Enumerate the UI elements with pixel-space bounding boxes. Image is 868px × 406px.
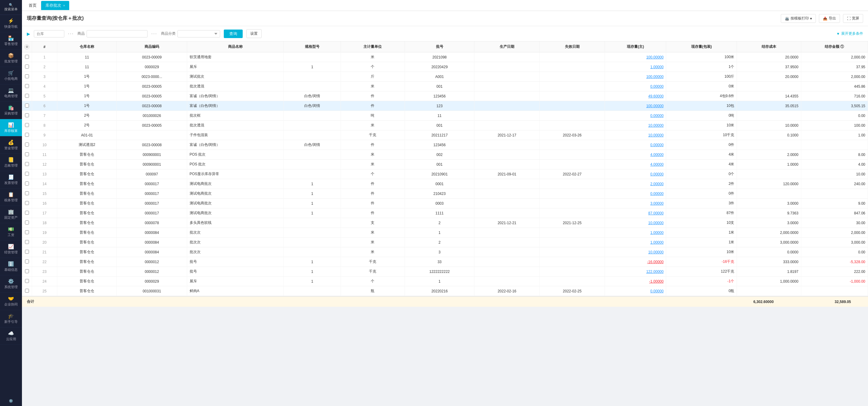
row-num: 17 [32, 208, 57, 218]
fullscreen-btn[interactable]: ⛶ 宽屏 [843, 14, 863, 23]
sidebar-item-cloud[interactable]: ☁️ 云应用 [0, 328, 22, 345]
row-check[interactable] [22, 286, 32, 296]
sidebar-item-system[interactable]: ⚙️ 系统管理 [0, 275, 22, 293]
col-rownum: # [32, 41, 57, 53]
row-check[interactable] [22, 121, 32, 130]
row-check[interactable] [22, 218, 32, 228]
export-btn[interactable]: 📤 导出 [819, 14, 840, 23]
row-qty-main[interactable]: 4.00000 [605, 160, 666, 169]
row-qty-main[interactable]: 100.00000 [605, 53, 666, 62]
row-qty-main[interactable]: 10.00000 [605, 218, 666, 228]
filter-separator-1: ··· [68, 31, 74, 37]
sidebar-item-operations[interactable]: 📈 经营管理 [0, 241, 22, 258]
row-prod-date [474, 121, 540, 130]
row-qty-main[interactable]: 49.60000 [605, 91, 666, 101]
search-btn[interactable]: 查询 [224, 30, 243, 38]
row-qty-main[interactable]: 4.00000 [605, 150, 666, 160]
sidebar-search[interactable]: 🔍 搜索菜单 [0, 0, 22, 15]
row-qty-main[interactable]: 122.00000 [605, 267, 666, 276]
row-amount: -5,328.00 [801, 257, 868, 267]
row-prod-date [474, 72, 540, 81]
sidebar-item-assets[interactable]: 🏢 固定资产 [0, 206, 22, 223]
row-check[interactable] [22, 199, 32, 208]
settings-col-icon[interactable]: ⊙ [24, 44, 29, 49]
row-check[interactable] [22, 169, 32, 179]
row-qty-main[interactable]: 1.00000 [605, 228, 666, 238]
row-warehouse: 11 [57, 53, 117, 62]
row-qty-main[interactable]: 1.00000 [605, 238, 666, 247]
sidebar-item-guide[interactable]: 🎓 新手引导 [0, 310, 22, 328]
sidebar-item-inventory[interactable]: 📊 库存核算 [0, 119, 22, 136]
row-check[interactable] [22, 228, 32, 238]
row-qty-main[interactable]: 0.00000 [605, 140, 666, 150]
row-check[interactable] [22, 140, 32, 150]
setting-btn[interactable]: 设置 [246, 29, 261, 38]
row-unit: 米 [341, 81, 405, 91]
sidebar-item-wholesale[interactable]: 📦 批发管理 [0, 49, 22, 67]
filter-expand-arrow[interactable]: ▶ [27, 31, 30, 36]
row-check[interactable] [22, 91, 32, 101]
sidebar-item-retail[interactable]: 🏪 零售管理 [0, 32, 22, 49]
row-qty-main[interactable]: -16.00000 [605, 257, 666, 267]
warehouse-input[interactable] [34, 30, 64, 37]
sidebar-item-invoice[interactable]: 🧾 发票管理 [0, 171, 22, 189]
row-exp-date [540, 189, 605, 199]
product-input[interactable] [87, 30, 148, 37]
row-check[interactable] [22, 267, 32, 276]
row-check[interactable] [22, 111, 32, 121]
row-check[interactable] [22, 62, 32, 72]
sidebar-settings-btn[interactable]: ⚙️ [0, 396, 22, 406]
row-name: 展斥 [187, 276, 283, 286]
print-btn[interactable]: 🖨️ 按模板打印 ▾ [781, 14, 816, 23]
row-qty-main[interactable]: 10.00000 [605, 121, 666, 130]
row-check[interactable] [22, 247, 32, 257]
row-check[interactable] [22, 257, 32, 267]
header-actions: 🖨️ 按模板打印 ▾ 📤 导出 ⛶ 宽屏 [781, 14, 863, 23]
row-check[interactable] [22, 276, 32, 286]
tab-close-btn[interactable]: × [63, 4, 65, 7]
row-qty-main[interactable]: 10.00000 [605, 247, 666, 257]
tab-inventory-batch[interactable]: 库存批次 × [41, 1, 69, 10]
row-qty-main[interactable]: 0.00000 [605, 111, 666, 121]
row-qty-main[interactable]: 10.00000 [605, 130, 666, 140]
row-check[interactable] [22, 238, 32, 247]
row-qty-main[interactable]: 0.00000 [605, 169, 666, 179]
row-spec: 白色/闵情 [284, 140, 341, 150]
row-qty-main[interactable]: 3.00000 [605, 199, 666, 208]
row-check[interactable] [22, 130, 32, 140]
row-check[interactable] [22, 160, 32, 169]
expand-conditions-btn[interactable]: ▼ 展开更多条件 [836, 31, 863, 36]
row-check[interactable] [22, 208, 32, 218]
row-qty-main[interactable]: 0.00000 [605, 189, 666, 199]
row-qty-main[interactable]: 100.00000 [605, 72, 666, 81]
sidebar-item-ecom[interactable]: 💻 电商管理 [0, 84, 22, 102]
row-check[interactable] [22, 101, 32, 111]
row-check[interactable] [22, 81, 32, 91]
table-footer: 合计 6,302.60000 32,589.05 [22, 296, 868, 307]
sidebar-item-finance[interactable]: 💰 资金管理 [0, 136, 22, 154]
sidebar-item-quick-nav[interactable]: ⚡ 快捷导航 [0, 15, 22, 32]
row-qty-main[interactable]: -1.00000 [605, 276, 666, 286]
row-qty-main[interactable]: 0.00000 [605, 286, 666, 296]
row-check[interactable] [22, 53, 32, 62]
row-qty-main[interactable]: 0.00000 [605, 81, 666, 91]
sidebar-item-small-ecom[interactable]: 🛒 小批电商 [0, 67, 22, 84]
row-check[interactable] [22, 179, 32, 189]
row-qty-main[interactable]: 2.00000 [605, 179, 666, 189]
sidebar-item-collaboration[interactable]: 🤝 企业协同 [0, 293, 22, 310]
row-check[interactable] [22, 150, 32, 160]
category-select[interactable] [178, 30, 220, 37]
sidebar-item-ledger[interactable]: 📒 总账管理 [0, 154, 22, 171]
row-qty-main[interactable]: 1.00000 [605, 62, 666, 72]
row-warehouse: A01-01 [57, 130, 117, 140]
sidebar-item-tax[interactable]: 📋 税务管理 [0, 189, 22, 206]
row-warehouse: 1号 [57, 91, 117, 101]
tab-home[interactable]: 首页 [24, 1, 41, 10]
row-qty-main[interactable]: 100.00000 [605, 101, 666, 111]
row-check[interactable] [22, 189, 32, 199]
sidebar-item-purchase[interactable]: 🛍️ 采购管理 [0, 102, 22, 119]
sidebar-item-basic-info[interactable]: ℹ️ 基础信息 [0, 258, 22, 275]
sidebar-item-salary[interactable]: 💵 工资 [0, 223, 22, 241]
row-check[interactable] [22, 72, 32, 81]
row-qty-main[interactable]: 87.00000 [605, 208, 666, 218]
